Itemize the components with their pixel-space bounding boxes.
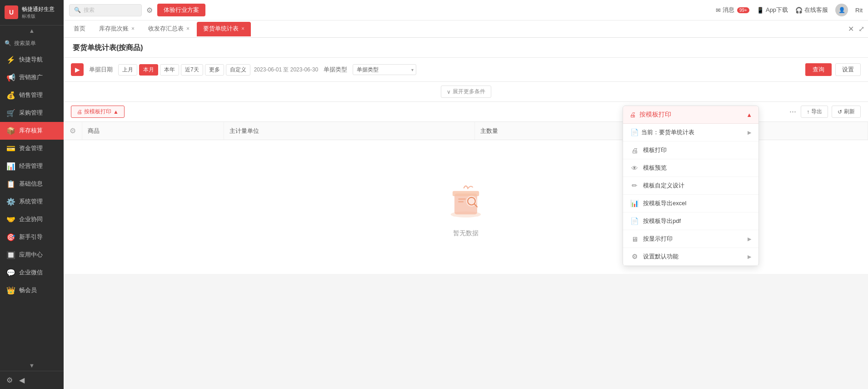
quick-nav-icon: ⚡ <box>6 56 15 64</box>
export-btn[interactable]: ↑ 导出 <box>801 106 828 118</box>
sales-icon: 💰 <box>6 91 15 100</box>
table-col-unit: 主计量单位 <box>224 122 475 140</box>
export-label: 导出 <box>811 108 822 116</box>
sidebar-item-operation[interactable]: 📊 经营管理 <box>0 157 64 175</box>
filter-bill-type-select[interactable]: 单据类型 <box>353 64 416 75</box>
expand-more-label: 展开更多条件 <box>453 88 485 96</box>
current-template-label: 当前：要货单统计表 <box>641 128 694 136</box>
tab-home[interactable]: 首页 <box>67 22 92 36</box>
dropdown-current-template[interactable]: 📄 当前：要货单统计表 ▶ <box>623 124 758 141</box>
export-pdf-icon: 📄 <box>630 217 639 225</box>
dropdown-template-preview[interactable]: 👁 模板预览 <box>623 159 758 177</box>
filter-expand-btn[interactable]: ▶ <box>71 63 84 76</box>
sidebar-settings-icon[interactable]: ⚙ <box>6 376 13 384</box>
filter-date-label: 单据日期 <box>89 66 113 74</box>
sidebar-item-purchase[interactable]: 🛒 采购管理 <box>0 104 64 122</box>
sidebar-search[interactable]: 🔍 搜索菜单 <box>0 36 64 51</box>
tab-close-all-icon[interactable]: ✕ <box>848 25 854 33</box>
filter-custom-date-btn[interactable]: 自定义 <box>226 64 250 76</box>
sidebar-item-quick-nav[interactable]: ⚡ 快捷导航 <box>0 51 64 69</box>
table-settings-icon[interactable]: ⚙ <box>70 127 76 135</box>
default-settings-left: ⚙ 设置默认功能 <box>630 253 678 261</box>
sidebar-item-appstore[interactable]: 🔲 应用中心 <box>0 246 64 264</box>
export-excel-icon: 📊 <box>630 199 639 207</box>
sidebar-item-wechat[interactable]: 💬 企业微信 <box>0 264 64 282</box>
toolbar-more-btn[interactable]: ··· <box>788 106 797 117</box>
sidebar-item-basic[interactable]: 📋 基础信息 <box>0 175 64 193</box>
sidebar-item-enterprise-label: 企业协同 <box>19 215 43 223</box>
dropdown-title-text: 按模板打印 <box>639 111 671 119</box>
topbar-online-service[interactable]: 🎧 在线客服 <box>795 6 828 14</box>
dropdown-template-design[interactable]: ✏ 模板自定义设计 <box>623 177 758 195</box>
empty-text: 暂无数据 <box>453 229 479 237</box>
filter-more-date-btn[interactable]: 更多 <box>205 64 224 76</box>
print-template-btn[interactable]: 🖨 按模板打印 ▲ <box>71 106 125 118</box>
dropdown-export-excel[interactable]: 📊 按模板导出excel <box>623 195 758 212</box>
topbar-app-download[interactable]: 📱 App下载 <box>757 6 788 14</box>
query-btn[interactable]: 查询 <box>805 63 832 76</box>
sidebar-logo: U 畅捷通好生意 标准版 <box>0 0 64 25</box>
tab-inventory-batch-label: 库存批次账 <box>99 25 129 33</box>
purchase-icon: 🛒 <box>6 109 15 117</box>
tab-inventory-batch-close[interactable]: × <box>131 25 135 32</box>
expand-more-btn[interactable]: ∨ 展开更多条件 <box>441 86 491 98</box>
sidebar-item-member-label: 畅会员 <box>19 286 37 294</box>
sidebar-item-appstore-label: 应用中心 <box>19 251 43 259</box>
sidebar-item-enterprise[interactable]: 🤝 企业协同 <box>0 211 64 228</box>
sidebar-footer: ⚙ ◀ <box>0 371 64 389</box>
topbar-message[interactable]: ✉ 消息 99+ <box>716 6 749 14</box>
settings-btn[interactable]: 设置 <box>835 63 861 76</box>
sidebar-item-sales[interactable]: 💰 销售管理 <box>0 86 64 104</box>
display-print-left: 🖥 按显示打印 <box>630 235 673 243</box>
tab-order-stats-close[interactable]: × <box>241 25 244 32</box>
filter-current-year-btn[interactable]: 本年 <box>160 64 179 76</box>
topbar-avatar[interactable]: 👤 <box>835 4 848 16</box>
filter-current-month-btn[interactable]: 本月 <box>139 64 158 76</box>
finance-icon: 💳 <box>6 144 15 153</box>
sidebar-item-sales-label: 销售管理 <box>19 91 43 99</box>
tab-order-stats[interactable]: 要货单统计表 × <box>197 22 251 36</box>
filter-bar: ▶ 单据日期 上月 本月 本年 近7天 更多 自定义 2023-06-01 至 … <box>64 58 868 82</box>
tab-maximize-icon[interactable]: ⤢ <box>858 25 864 33</box>
sidebar-collapse-icon[interactable]: ◀ <box>19 376 25 384</box>
sidebar-item-inventory[interactable]: 📦 库存核算 <box>0 122 64 140</box>
sidebar-item-wechat-label: 企业微信 <box>19 268 43 277</box>
sidebar-item-purchase-label: 采购管理 <box>19 109 43 117</box>
dropdown-template-print[interactable]: 🖨 模板打印 <box>623 141 758 159</box>
sidebar-item-finance[interactable]: 💳 资金管理 <box>0 140 64 157</box>
tab-receipt-summary[interactable]: 收发存汇总表 × <box>142 22 196 36</box>
sidebar-item-quick-nav-label: 快捷导航 <box>19 56 43 64</box>
trial-btn[interactable]: 体验行业方案 <box>157 4 205 16</box>
topbar-gear-icon[interactable]: ⚙ <box>146 6 153 15</box>
sidebar-item-marketing[interactable]: 📢 营销推广 <box>0 69 64 86</box>
inventory-icon: 📦 <box>6 126 15 135</box>
sidebar-item-member[interactable]: 👑 畅会员 <box>0 282 64 299</box>
dropdown-default-settings[interactable]: ⚙ 设置默认功能 ▶ <box>623 248 758 266</box>
topbar-username[interactable]: Rit <box>855 7 863 14</box>
topbar-app-download-label: App下载 <box>766 6 788 14</box>
app-download-icon: 📱 <box>757 7 764 14</box>
marketing-icon: 📢 <box>6 73 15 82</box>
refresh-btn[interactable]: ↺ 刷新 <box>832 106 861 118</box>
tab-receipt-summary-close[interactable]: × <box>186 25 190 32</box>
default-settings-icon: ⚙ <box>630 253 639 261</box>
dropdown-display-print[interactable]: 🖥 按显示打印 ▶ <box>623 230 758 248</box>
wechat-icon: 💬 <box>6 268 15 277</box>
sidebar-item-system[interactable]: ⚙️ 系统管理 <box>0 193 64 211</box>
expand-more-icon: ∨ <box>447 89 451 95</box>
topbar-search[interactable]: 🔍 搜索 <box>69 4 142 16</box>
sidebar-scroll-up[interactable]: ▲ <box>0 25 64 36</box>
tab-inventory-batch[interactable]: 库存批次账 × <box>93 22 141 36</box>
sidebar-item-newbie[interactable]: 🎯 新手引导 <box>0 228 64 246</box>
dropdown-export-pdf[interactable]: 📄 按模板导出pdf <box>623 212 758 230</box>
sidebar-scroll-down[interactable]: ▼ <box>0 360 64 371</box>
filter-bill-type-label: 单据类型 <box>324 66 347 74</box>
filter-date-group: 上月 本月 本年 近7天 更多 自定义 2023-06-01 至 2023-06… <box>118 64 318 76</box>
filter-last-7-days-btn[interactable]: 近7天 <box>181 64 203 76</box>
topbar-search-placeholder: 搜索 <box>84 6 95 14</box>
template-preview-label: 模板预览 <box>643 164 667 172</box>
dropdown-panel-close-icon[interactable]: ▲ <box>746 111 752 118</box>
filter-last-month-btn[interactable]: 上月 <box>118 64 137 76</box>
message-icon: ✉ <box>716 7 721 14</box>
tab-home-label: 首页 <box>74 25 85 33</box>
